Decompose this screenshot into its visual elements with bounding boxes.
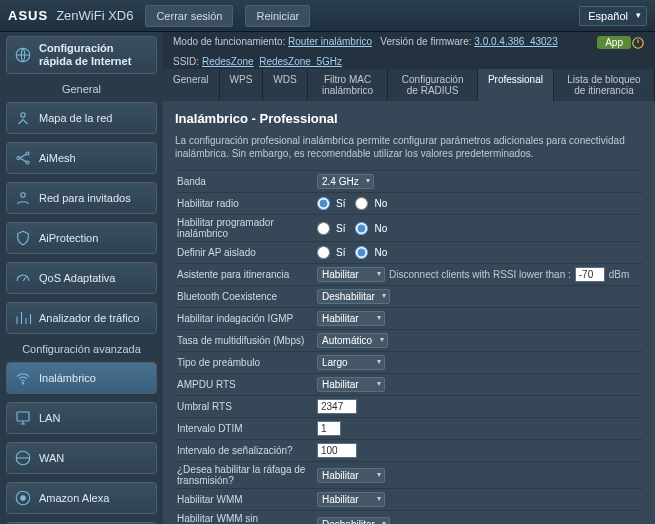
dtim-label: Intervalo DTIM bbox=[175, 423, 317, 434]
sched-yes[interactable] bbox=[317, 222, 330, 235]
sidebar-item-network-map[interactable]: Mapa de la red bbox=[6, 102, 157, 134]
power-icon[interactable] bbox=[631, 36, 645, 50]
info-mode: Modo de funcionamiento: Router inalámbri… bbox=[163, 32, 655, 52]
rts-input[interactable] bbox=[317, 399, 357, 414]
roam-select[interactable]: Habilitar bbox=[317, 267, 385, 282]
guest-icon bbox=[13, 188, 33, 208]
tab-wps[interactable]: WPS bbox=[220, 69, 264, 101]
wmmack-label: Habilitar WMM sin confirmación bbox=[175, 513, 317, 524]
tab-professional[interactable]: Professional bbox=[478, 69, 554, 101]
globe-icon bbox=[13, 45, 33, 65]
dtim-input[interactable] bbox=[317, 421, 341, 436]
info-ssid: SSID: RedesZone RedesZone_5GHz bbox=[163, 52, 655, 69]
wifi-icon bbox=[13, 368, 33, 388]
pream-select[interactable]: Largo bbox=[317, 355, 385, 370]
shield-icon bbox=[13, 228, 33, 248]
mode-link[interactable]: Router inalámbrico bbox=[288, 36, 372, 47]
tab-mac-filter[interactable]: Filtro MAC inalámbrico bbox=[308, 69, 389, 101]
sidebar-item-wireless[interactable]: Inalámbrico bbox=[6, 362, 157, 394]
svg-point-3 bbox=[26, 152, 29, 155]
beacon-label: Intervalo de señalización? bbox=[175, 445, 317, 456]
tab-radius[interactable]: Configuración de RADIUS bbox=[388, 69, 478, 101]
apiso-no[interactable] bbox=[355, 246, 368, 259]
content: Inalámbrico - Professional La configurac… bbox=[163, 101, 655, 524]
svg-point-1 bbox=[21, 113, 26, 118]
sidebar-item-traffic[interactable]: Analizador de tráfico bbox=[6, 302, 157, 334]
svg-point-10 bbox=[21, 496, 26, 501]
sidebar-item-qos[interactable]: QoS Adaptativa bbox=[6, 262, 157, 294]
gauge-icon bbox=[13, 268, 33, 288]
ampdu-select[interactable]: Habilitar bbox=[317, 377, 385, 392]
language-select[interactable]: Español bbox=[579, 6, 647, 26]
logout-button[interactable]: Cerrar sesión bbox=[145, 5, 233, 27]
apiso-yes[interactable] bbox=[317, 246, 330, 259]
advanced-header: Configuración avanzada bbox=[0, 338, 163, 358]
wmmack-select[interactable]: Deshabilitar bbox=[317, 517, 390, 525]
page-title: Inalámbrico - Professional bbox=[175, 111, 643, 126]
fw-link[interactable]: 3.0.0.4.386_43023 bbox=[474, 36, 557, 47]
sidebar-item-lan[interactable]: LAN bbox=[6, 402, 157, 434]
ssid1-link[interactable]: RedesZone bbox=[202, 56, 254, 67]
burst-label: ¿Desea habilitar la ráfaga de transmisió… bbox=[175, 464, 317, 486]
bt-select[interactable]: Deshabilitar bbox=[317, 289, 390, 304]
mcast-label: Tasa de multidifusión (Mbps) bbox=[175, 335, 317, 346]
sidebar-item-wan[interactable]: WAN bbox=[6, 442, 157, 474]
radio-no[interactable] bbox=[355, 197, 368, 210]
svg-point-4 bbox=[26, 161, 29, 164]
alexa-icon bbox=[13, 488, 33, 508]
svg-point-2 bbox=[17, 157, 20, 160]
radio-label: Habilitar radio bbox=[175, 198, 317, 209]
band-select[interactable]: 2.4 GHz bbox=[317, 174, 374, 189]
burst-select[interactable]: Habilitar bbox=[317, 468, 385, 483]
svg-rect-7 bbox=[17, 412, 29, 421]
rssi-input[interactable] bbox=[575, 267, 605, 282]
svg-point-6 bbox=[22, 383, 24, 385]
lan-icon bbox=[13, 408, 33, 428]
sched-no[interactable] bbox=[355, 222, 368, 235]
quick-setup[interactable]: Configuraciónrápida de Internet bbox=[6, 36, 157, 74]
wmm-select[interactable]: Habilitar bbox=[317, 492, 385, 507]
tab-general[interactable]: General bbox=[163, 69, 220, 101]
mcast-select[interactable]: Automático bbox=[317, 333, 388, 348]
app-button[interactable]: App bbox=[597, 36, 631, 49]
igmp-label: Habilitar indagación IGMP bbox=[175, 313, 317, 324]
ampdu-label: AMPDU RTS bbox=[175, 379, 317, 390]
tab-roaming-block[interactable]: Lista de bloqueo de itinerancia bbox=[554, 69, 655, 101]
igmp-select[interactable]: Habilitar bbox=[317, 311, 385, 326]
reboot-button[interactable]: Reiniciar bbox=[245, 5, 310, 27]
apiso-label: Definir AP aislado bbox=[175, 247, 317, 258]
map-icon bbox=[13, 108, 33, 128]
tab-wds[interactable]: WDS bbox=[263, 69, 307, 101]
radio-yes[interactable] bbox=[317, 197, 330, 210]
topbar: ASUS ZenWiFi XD6 Cerrar sesión Reiniciar… bbox=[0, 0, 655, 32]
wmm-label: Habilitar WMM bbox=[175, 494, 317, 505]
ssid2-link[interactable]: RedesZone_5GHz bbox=[259, 56, 342, 67]
sidebar-item-guest[interactable]: Red para invitados bbox=[6, 182, 157, 214]
rts-label: Umbral RTS bbox=[175, 401, 317, 412]
sidebar-item-alexa[interactable]: Amazon Alexa bbox=[6, 482, 157, 514]
mesh-icon bbox=[13, 148, 33, 168]
beacon-input[interactable] bbox=[317, 443, 357, 458]
model-name: ZenWiFi XD6 bbox=[56, 8, 133, 23]
sidebar-item-aimesh[interactable]: AiMesh bbox=[6, 142, 157, 174]
general-header: General bbox=[0, 78, 163, 98]
page-desc: La configuración profesional inalámbrica… bbox=[175, 134, 643, 160]
roam-label: Asistente para itinerancia bbox=[175, 269, 317, 280]
bt-label: Bluetooth Coexistence bbox=[175, 291, 317, 302]
chart-icon bbox=[13, 308, 33, 328]
sidebar-item-aiprotection[interactable]: AiProtection bbox=[6, 222, 157, 254]
sched-label: Habilitar programador inalámbrico bbox=[175, 217, 317, 239]
brand-logo: ASUS bbox=[8, 8, 48, 23]
band-label: Banda bbox=[175, 176, 317, 187]
svg-point-5 bbox=[21, 193, 26, 198]
wan-icon bbox=[13, 448, 33, 468]
pream-label: Tipo de preámbulo bbox=[175, 357, 317, 368]
tabs: General WPS WDS Filtro MAC inalámbrico C… bbox=[163, 69, 655, 101]
sidebar: Configuraciónrápida de Internet General … bbox=[0, 32, 163, 524]
